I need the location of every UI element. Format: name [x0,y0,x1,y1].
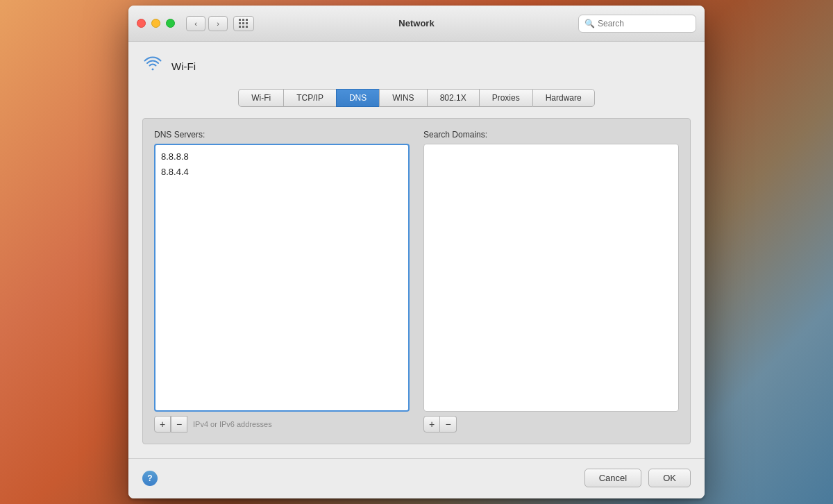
cancel-button[interactable]: Cancel [584,469,641,487]
dns-servers-list[interactable]: 8.8.8.8 8.8.4.4 [154,144,410,412]
tab-wifi[interactable]: Wi-Fi [238,89,283,107]
window-title: Network [398,18,434,28]
minimize-button[interactable] [151,19,160,28]
content-panels: DNS Servers: 8.8.8.8 8.8.4.4 + − IPv4 or… [142,118,691,444]
maximize-button[interactable] [166,19,175,28]
ok-button[interactable]: OK [648,469,691,487]
domains-add-button[interactable]: + [423,416,440,432]
tab-hardware[interactable]: Hardware [532,89,595,107]
search-domains-label: Search Domains: [423,130,679,140]
search-bar[interactable]: 🔍 [578,15,696,33]
window-content: Wi-Fi Wi-Fi TCP/IP DNS WINS 802.1X Proxi… [128,42,705,458]
title-bar: ‹ › Network 🔍 [128,6,705,42]
domains-remove-button[interactable]: − [440,416,457,432]
help-button[interactable]: ? [142,471,158,486]
dns-add-button[interactable]: + [154,416,171,432]
search-domains-panel: Search Domains: + − [423,130,679,432]
search-input[interactable] [598,19,690,28]
back-button[interactable]: ‹ [186,16,205,31]
dns-servers-panel: DNS Servers: 8.8.8.8 8.8.4.4 + − IPv4 or… [154,130,410,432]
tab-8021x[interactable]: 802.1X [427,89,479,107]
wifi-icon [142,56,163,76]
tab-proxies[interactable]: Proxies [479,89,532,107]
dns-entry-2[interactable]: 8.8.4.4 [161,165,403,180]
search-domains-list[interactable] [423,144,679,412]
tab-bar: Wi-Fi TCP/IP DNS WINS 802.1X Proxies Har… [142,89,691,107]
traffic-lights [137,19,175,28]
bottom-bar: ? Cancel OK [128,458,705,498]
tab-tcpip[interactable]: TCP/IP [283,89,336,107]
dns-entry-1[interactable]: 8.8.8.8 [161,149,403,165]
wifi-header: Wi-Fi [142,56,691,76]
action-buttons: Cancel OK [584,469,691,487]
forward-button[interactable]: › [208,16,228,31]
tab-dns[interactable]: DNS [336,89,379,107]
search-domains-controls: + − [423,416,679,432]
wifi-label: Wi-Fi [171,60,196,72]
dns-servers-label: DNS Servers: [154,130,410,140]
network-window: ‹ › Network 🔍 [128,6,705,498]
search-icon: 🔍 [584,19,595,28]
close-button[interactable] [137,19,146,28]
grid-view-button[interactable] [233,16,254,31]
dns-servers-controls: + − IPv4 or IPv6 addresses [154,416,410,432]
dns-remove-button[interactable]: − [171,416,187,432]
dns-hint: IPv4 or IPv6 addresses [193,420,272,428]
tab-wins[interactable]: WINS [379,89,426,107]
nav-buttons: ‹ › [186,16,228,31]
